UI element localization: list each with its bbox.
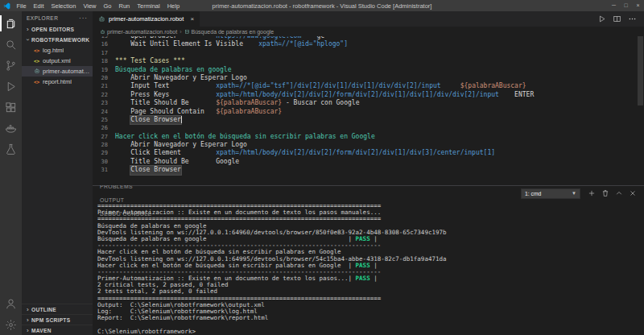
menu-selection[interactable]: Selection [47, 2, 80, 10]
file-name: output.xml [43, 57, 71, 64]
line-number: 25 [93, 116, 115, 124]
code-token: ${palabraABuscar} [460, 82, 526, 90]
open-editors-label: OPEN EDITORS [31, 27, 74, 32]
activity-run-and-debug-icon[interactable] [0, 76, 22, 97]
chevron-right-icon: › [24, 26, 31, 33]
code-line-31[interactable]: 31 Close Browser [93, 166, 644, 174]
editor-scrollbar[interactable] [637, 36, 644, 185]
explorer-sidebar: EXPLORER ··· › OPEN EDITORS › ROBOTFRAME… [22, 11, 93, 335]
code-line-30[interactable]: 30 Title Should Be Google [93, 158, 644, 166]
maximize-window-button[interactable]: □ [620, 0, 632, 11]
minimize-window-button[interactable]: ─ [608, 0, 620, 11]
split-editor-button[interactable] [613, 14, 621, 23]
close-window-button[interactable]: × [632, 0, 644, 11]
menu-run[interactable]: Run [115, 2, 134, 10]
activity-explorer-icon[interactable] [0, 13, 22, 34]
code-token: Abrir Navegador y Esperar Logo [115, 74, 247, 82]
line-number: 21 [93, 82, 115, 90]
code-line-24[interactable]: 24 Page Should Contain ${palabraABuscar} [93, 108, 644, 116]
bottom-panel: TERMINALPROBLEMSOUTPUTDEBUG CONSOLE 1: c… [93, 185, 644, 335]
code-line-25[interactable]: 25 Close Browser [93, 116, 644, 124]
line-number: 17 [93, 49, 115, 57]
code-line-22[interactable]: 22 Press Keys xpath=/html/body/div[2]/di… [93, 91, 644, 99]
code-token: Title Should Be [115, 158, 216, 166]
activity-bar-spacer [0, 159, 22, 293]
run-button[interactable] [597, 14, 606, 23]
code-line-29[interactable]: 29 Click Element xpath=/html/body/div[2]… [93, 149, 644, 157]
text-cursor [181, 116, 182, 123]
code-line-23[interactable]: 23 Title Should Be ${palabraABuscar} - B… [93, 99, 644, 107]
activity-account-icon[interactable] [0, 293, 22, 314]
code-token: Press Keys [115, 91, 216, 99]
code-token [115, 166, 130, 174]
code-token: Input Text [115, 82, 216, 90]
folder-label: ROBOTFRAMEWORK [31, 37, 89, 43]
section-outline[interactable]: ›OUTLINE [22, 304, 93, 314]
code-token: Close Browser [130, 116, 181, 124]
sidebar-header: EXPLORER ··· [22, 11, 93, 24]
scrollbar-thumb[interactable] [638, 36, 643, 105]
activity-test-explorer-icon[interactable] [0, 139, 22, 159]
maximize-panel-button[interactable] [615, 189, 623, 197]
code-line-28[interactable]: 28 Abrir Navegador y Esperar Logo [93, 141, 644, 149]
symbol-icon [184, 29, 190, 35]
code-token: xpath=/html/body/div[2]/div[2]/form/div[… [216, 91, 499, 99]
menu-bar: FileEditSelectionViewGoRunTerminalHelp [13, 2, 184, 10]
activity-search-icon[interactable] [0, 34, 22, 55]
breadcrumb: primer-automatizacion.robot›Búsqueda de … [93, 27, 644, 36]
code-token: Wait Until Element Is Visible [115, 40, 258, 48]
menu-file[interactable]: File [13, 2, 30, 10]
activity-source-control-icon[interactable] [0, 55, 22, 76]
kill-terminal-button[interactable] [601, 189, 609, 197]
tab-primer-automatizacion-robot[interactable]: primer-automatizacion.robot × [93, 11, 200, 27]
code-line-27[interactable]: 27Hacer click en el botón de búsqueda si… [93, 133, 644, 141]
terminal-picker-select[interactable]: 1: cmd ▼ [521, 188, 580, 199]
breadcrumb-item-0[interactable]: primer-automatizacion.robot [100, 29, 177, 35]
file-primer-automatizacion.robot[interactable]: primer-automatizacion.robot [22, 66, 93, 77]
code-token: ENTER [499, 91, 534, 99]
line-number: 29 [93, 149, 115, 157]
chevron-right-icon: › [24, 327, 31, 334]
menu-go[interactable]: Go [100, 2, 115, 10]
code-token [115, 116, 130, 124]
menu-edit[interactable]: Edit [30, 2, 47, 10]
terminal-picker-value: 1: cmd [525, 191, 541, 196]
file-log.html[interactable]: <>log.html [22, 45, 93, 56]
close-tab-icon[interactable]: × [190, 15, 194, 23]
code-line-20[interactable]: 20 Abrir Navegador y Esperar Logo [93, 74, 644, 82]
breadcrumb-item-1[interactable]: Búsqueda de palabras en google [184, 29, 275, 35]
file-output.xml[interactable]: <>output.xml [22, 56, 93, 66]
code-editor[interactable]: 15 Open Browser https://www.google.com g… [93, 36, 644, 185]
more-actions-button[interactable] [628, 14, 637, 23]
activity-extensions-icon[interactable] [0, 97, 22, 118]
code-token: Title Should Be [115, 99, 216, 107]
close-panel-button[interactable] [629, 189, 637, 197]
code-line-19[interactable]: 19Búsqueda de palabras en google [93, 66, 644, 74]
menu-terminal[interactable]: Terminal [134, 2, 163, 10]
activity-docker-icon[interactable] [0, 118, 22, 139]
chevron-down-icon: › [24, 36, 31, 43]
file-report.html[interactable]: <>report.html [22, 77, 93, 87]
code-line-18[interactable]: 18*** Test Cases *** [93, 57, 644, 65]
section-maven[interactable]: ›MAVEN [22, 325, 93, 335]
line-number: 18 [93, 57, 115, 65]
robot-file-icon [98, 15, 105, 23]
sidebar-more-actions-button[interactable]: ··· [79, 14, 88, 22]
folder-section-robotframework[interactable]: › ROBOTFRAMEWORK [22, 35, 93, 45]
new-terminal-button[interactable] [588, 189, 596, 197]
menu-view[interactable]: View [80, 2, 100, 10]
terminal-line: C:\Selenium\robotframework> [97, 329, 644, 335]
code-line-16[interactable]: 16 Wait Until Element Is Visible xpath=/… [93, 40, 644, 48]
open-editors-section[interactable]: › OPEN EDITORS [22, 24, 93, 35]
breadcrumb-separator: › [180, 29, 181, 35]
menu-help[interactable]: Help [163, 2, 183, 10]
terminal-output[interactable]: ========================================… [93, 201, 644, 335]
line-number: 26 [93, 124, 115, 132]
code-line-21[interactable]: 21 Input Text xpath=//*[@id="tsf"]/div[2… [93, 82, 644, 90]
code-line-26[interactable]: 26 [93, 124, 644, 132]
activity-settings-icon[interactable] [0, 314, 22, 335]
editor-column: primer-automatizacion.robot × primer-aut… [93, 11, 644, 335]
test-status-pass: PASS [356, 275, 370, 282]
section-npm-scripts[interactable]: ›NPM SCRIPTS [22, 314, 93, 325]
code-line-17[interactable]: 17 [93, 49, 644, 57]
